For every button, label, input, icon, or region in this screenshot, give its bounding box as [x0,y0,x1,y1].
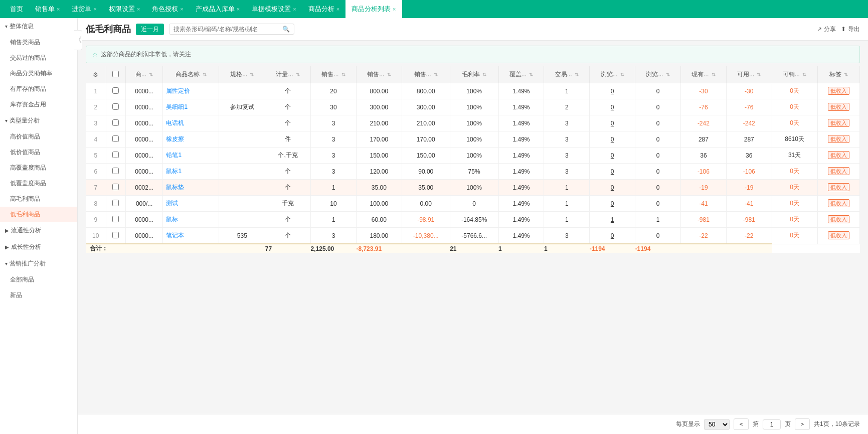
next-page-button[interactable]: ＞ [795,418,810,430]
row-checkbox[interactable] [112,87,119,94]
views-link[interactable]: 0 [611,168,614,175]
sidebar-item-low-value[interactable]: 低价值商品 [0,144,77,160]
cell-checkbox[interactable] [106,164,125,180]
cell-name[interactable]: 铅笔1 [163,148,219,164]
cell-name[interactable]: 吴细细1 [163,99,219,115]
cell-views1[interactable]: 0 [590,164,635,180]
cell-checkbox[interactable] [106,228,125,244]
cell-views1[interactable]: 0 [590,83,635,99]
row-checkbox[interactable] [112,103,119,110]
sidebar-item-low-margin[interactable]: 低毛利商品 [0,207,77,222]
nav-template-settings[interactable]: 单据模板设置 × [246,0,302,18]
cell-checkbox[interactable] [106,83,125,99]
cell-name[interactable]: 鼠标1 [163,164,219,180]
row-checkbox[interactable] [112,135,119,142]
sidebar-item-new-products[interactable]: 新品 [0,287,77,303]
nav-close-icon[interactable]: × [93,6,96,12]
cell-views1[interactable]: 0 [590,131,635,148]
prev-page-button[interactable]: ＜ [734,418,749,430]
nav-close-icon[interactable]: × [57,6,60,12]
cell-checkbox[interactable] [106,131,125,148]
sidebar-item-high-coverage[interactable]: 高覆盖度商品 [0,160,77,176]
cell-spec [219,148,265,164]
cell-views1[interactable]: 0 [590,196,635,212]
column-settings-button[interactable]: ⚙ [86,66,106,83]
views-link[interactable]: 0 [611,184,614,191]
sidebar-group-marketing[interactable]: ▾ 营销推广分析 [0,255,77,272]
sidebar-item-low-coverage[interactable]: 低覆盖度商品 [0,176,77,191]
nav-close-icon[interactable]: × [336,6,339,12]
sidebar-item-high-value[interactable]: 高价值商品 [0,129,77,144]
sidebar-group-overview[interactable]: ▾ 整体信息 [0,18,77,35]
sidebar-group-type-analysis[interactable]: ▾ 类型量分析 [0,112,77,129]
nav-product-analysis[interactable]: 商品分析 × [302,0,345,18]
nav-close-icon[interactable]: × [393,6,396,12]
views-link[interactable]: 0 [611,200,614,207]
sidebar-item-category-sales-rate[interactable]: 商品分类助销率 [0,66,77,81]
row-checkbox[interactable] [112,216,119,222]
cell-spec: 参加复试 [219,99,265,115]
export-button[interactable]: ⬆ 导出 [841,25,860,34]
cell-name[interactable]: 橡皮擦 [163,131,219,148]
nav-sales-order[interactable]: 销售单 × [29,0,66,18]
cell-name[interactable]: 鼠标垫 [163,180,219,196]
nav-product-analysis-list[interactable]: 商品分析列表 × [345,0,402,18]
row-checkbox[interactable] [112,232,119,238]
cell-name[interactable]: 鼠标 [163,212,219,228]
page-size-select[interactable]: 50 100 200 [704,419,730,430]
cell-checkbox[interactable] [106,212,125,228]
search-input[interactable] [173,26,282,33]
nav-purchase-order[interactable]: 进货单 × [66,0,102,18]
views-link[interactable]: 1 [611,216,614,223]
page-number-input[interactable] [763,419,781,429]
sidebar-item-traded-products[interactable]: 交易过的商品 [0,50,77,66]
cell-name[interactable]: 测试 [163,196,219,212]
views-link[interactable]: 0 [611,88,614,95]
collapse-sidebar-button[interactable]: 《 [74,30,82,50]
sidebar-group-growth[interactable]: ▶ 成长性分析 [0,239,77,255]
share-button[interactable]: ↗ 分享 [817,25,836,34]
views-link[interactable]: 0 [611,152,614,159]
cell-spec [219,212,265,228]
views-link[interactable]: 0 [611,104,614,111]
sidebar-group-circulation[interactable]: ▶ 流通性分析 [0,222,77,239]
cell-checkbox[interactable] [106,148,125,164]
sidebar-item-high-margin[interactable]: 高毛利商品 [0,191,77,207]
time-filter-button[interactable]: 近一月 [136,24,164,35]
nav-home[interactable]: 首页 [4,0,29,18]
views-link[interactable]: 0 [611,232,614,239]
nav-product-inbound[interactable]: 产成品入库单 × [190,0,246,18]
nav-role-auth[interactable]: 角色授权 × [146,0,189,18]
cell-views1[interactable]: 1 [590,212,635,228]
nav-close-icon[interactable]: × [237,6,240,12]
sidebar-item-stocked-products[interactable]: 有库存的商品 [0,81,77,97]
cell-checkbox[interactable] [106,115,125,131]
row-checkbox[interactable] [112,168,119,174]
nav-close-icon[interactable]: × [180,6,183,12]
nav-permissions[interactable]: 权限设置 × [103,0,146,18]
views-link[interactable]: 0 [611,136,614,143]
cell-views1[interactable]: 0 [590,228,635,244]
cell-name[interactable]: 属性定价 [163,83,219,99]
row-checkbox[interactable] [112,152,119,158]
row-checkbox[interactable] [112,184,119,190]
cell-views1[interactable]: 0 [590,148,635,164]
cell-views1[interactable]: 0 [590,115,635,131]
row-checkbox[interactable] [112,200,119,206]
select-all-checkbox[interactable] [112,71,119,77]
cell-checkbox[interactable] [106,99,125,115]
nav-close-icon[interactable]: × [293,6,296,12]
tag-badge: 低收入 [828,167,849,175]
row-checkbox[interactable] [112,119,119,126]
cell-checkbox[interactable] [106,180,125,196]
cell-views1[interactable]: 0 [590,99,635,115]
sidebar-item-all-products[interactable]: 全部商品 [0,272,77,287]
cell-views1[interactable]: 0 [590,180,635,196]
cell-checkbox[interactable] [106,196,125,212]
cell-name[interactable]: 电话机 [163,115,219,131]
cell-name[interactable]: 笔记本 [163,228,219,244]
views-link[interactable]: 0 [611,120,614,127]
sidebar-item-sales-products[interactable]: 销售类商品 [0,35,77,50]
nav-close-icon[interactable]: × [137,6,140,12]
sidebar-item-inventory-capital[interactable]: 库存资金占用 [0,97,77,112]
